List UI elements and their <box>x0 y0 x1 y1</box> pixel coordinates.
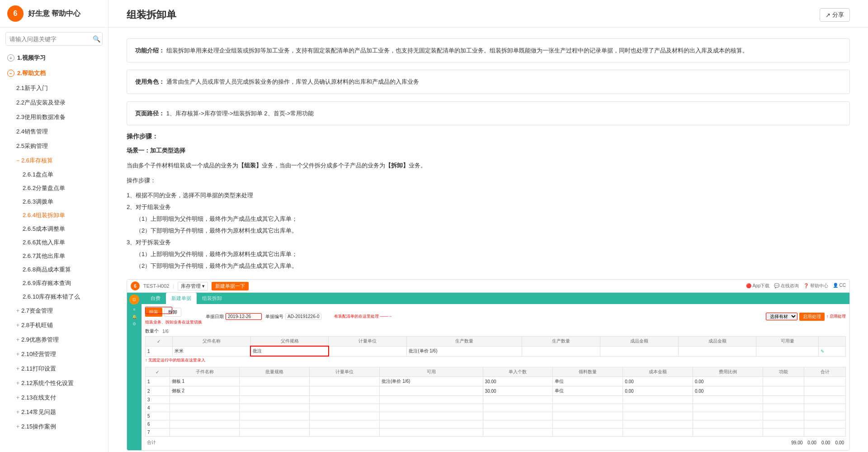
plus-manage-icon: + <box>16 351 19 357</box>
ss-annotation-3: ↑ 启用处理 <box>826 314 846 319</box>
ss-processing-btn[interactable]: 启用处理 <box>799 313 825 321</box>
sidebar-item-install[interactable]: 2.2产品安装及登录 <box>0 95 108 110</box>
sidebar: 6 好生意 帮助中心 🔍 + 1.视频学习 − 2.帮助文档 2.1新手入门 2… <box>0 0 108 452</box>
ss-btn-disassembly[interactable]: 拆卸 <box>164 308 181 317</box>
ss-content: 组装 拆卸 组装业务、拆卸业务在这里切换 单据日期 <box>142 304 849 450</box>
ss-bcell-mqty2: 单位 <box>553 386 623 396</box>
page-title: 组装拆卸单 <box>127 8 176 22</box>
ss-bcell-unit1 <box>310 377 380 386</box>
ss-bcell-mqty1: 单位 <box>553 377 623 386</box>
role-text: 通常由生产人员或库管人员完成拆装业务的操作，库管人员确认原材料的出库和产成品的入… <box>166 78 419 85</box>
ss-bcell-seq2: 2 <box>146 386 170 396</box>
share-button[interactable]: ↗ 分享 <box>820 8 850 22</box>
sidebar-item-online-pay[interactable]: + 2.13在线支付 <box>0 390 108 405</box>
content-area: 功能介绍： 组装拆卸单用来处理企业组装或拆卸等加工业务，支持有固定装配清单的产品… <box>108 28 868 452</box>
sidebar-item-stocktake[interactable]: 2.6.1盘点单 <box>0 168 108 181</box>
ss-bottom-row-6: 6 <box>146 420 846 428</box>
ss-tab-home[interactable]: 自费 <box>145 293 166 304</box>
sidebar-item-other-out[interactable]: 2.6.7其他出库单 <box>0 249 108 263</box>
ss-th-check: ✓ <box>146 337 173 347</box>
sidebar-item-cost-calc[interactable]: 2.6.8商品成本重算 <box>0 263 108 276</box>
intro-label: 功能介绍： <box>135 47 165 54</box>
ss-code-input[interactable] <box>285 313 321 320</box>
sidebar-item-help[interactable]: − 2.帮助文档 <box>0 66 108 81</box>
role-label: 使用角色： <box>135 78 165 85</box>
sidebar-item-inventory[interactable]: − 2.6库存核算 <box>0 153 108 168</box>
ss-company: TEST-H002 <box>143 283 169 289</box>
search-box[interactable]: 🔍 <box>5 32 103 46</box>
sidebar-item-other-in[interactable]: 2.6.6其他入库单 <box>0 236 108 249</box>
sidebar-item-print[interactable]: + 2.11打印设置 <box>0 362 108 376</box>
ss-bcell-func1 <box>763 377 804 386</box>
ss-th-parent-name: 父件名称 <box>172 337 250 347</box>
ss-sidenav-icon2: ≡ <box>133 307 135 312</box>
sidebar-item-transfer[interactable]: 2.6.3调拨单 <box>0 195 108 209</box>
app-title: 好生意 帮助中心 <box>28 9 80 19</box>
ss-th-avail: 可用量 <box>756 337 819 347</box>
search-input[interactable] <box>6 33 89 45</box>
ss-bth-check: ✓ <box>146 367 170 377</box>
sidebar-item-sales[interactable]: 2.4销售管理 <box>0 124 108 139</box>
ss-qty-value: 1/6 <box>162 329 169 334</box>
ss-sidenav: ⊡ ≡ 🔔 ⚙ <box>127 293 142 450</box>
sidebar-item-newbie[interactable]: 2.1新手入门 <box>0 81 108 95</box>
logo-icon: 6 <box>7 5 24 22</box>
ss-bottom-row-2: 2 侧板 2 30.00 单位 0.00 0.00 <box>146 386 846 396</box>
sidebar-item-coupon[interactable]: + 2.9优惠券管理 <box>0 333 108 347</box>
ss-tab-assembly2[interactable]: 组装拆卸 <box>197 293 227 304</box>
ss-bth-unit-qty: 单入个数 <box>483 367 553 377</box>
ss-annotation-1: 有装配清单的在这里处理 ——→ <box>334 314 392 319</box>
ss-th-prod-amt: 成品金额 <box>600 337 678 347</box>
ops-steps-label: 操作步骤： <box>127 175 850 186</box>
sidebar-item-finance[interactable]: + 2.7资金管理 <box>0 304 108 318</box>
ss-bth-total: 合计 <box>804 367 846 377</box>
sidebar-item-manage[interactable]: + 2.10经营管理 <box>0 347 108 362</box>
sidebar-item-assembly[interactable]: 2.6.4组装拆卸单 <box>0 209 108 222</box>
sidebar-item-video[interactable]: + 1.视频学习 <box>0 50 108 66</box>
sidebar-item-faq[interactable]: + 2.14常见问题 <box>0 405 108 419</box>
ss-top-cell-amt2 <box>678 346 756 356</box>
sidebar-item-personal[interactable]: + 2.12系统个性化设置 <box>0 376 108 390</box>
ss-bottom-table: ✓ 子件名称 批量规格 计量单位 可用 单入个数 领料数量 成本金额 费用比例 <box>145 367 846 437</box>
sidebar-item-ledger[interactable]: 2.6.9库存账本查询 <box>0 276 108 290</box>
ss-material-select[interactable]: 选择有材料单 <box>766 313 797 320</box>
ss-date-input[interactable] <box>226 313 262 320</box>
ss-qty-row: 数量个 1/6 <box>145 328 846 334</box>
ss-avatar: 👤 CC <box>833 283 846 289</box>
sidebar-item-purchase[interactable]: 2.5采购管理 <box>0 139 108 153</box>
ss-bcell-avail2 <box>380 386 483 396</box>
ss-top-row-1: 1 米米 批注 批注(单价 1/6) <box>146 346 846 356</box>
sidebar-item-cost-adjust[interactable]: 2.6.5成本调整单 <box>0 222 108 236</box>
plus-finance-icon: + <box>16 308 19 314</box>
ss-sidenav-icon3: 🔔 <box>132 314 137 319</box>
plus-print-icon: + <box>16 366 19 372</box>
ss-th-prod-qty: 生产数量 <box>407 337 522 347</box>
ss-bcell-uqty2: 30.00 <box>483 386 553 396</box>
step-3: 3、对于拆装业务 <box>127 237 850 248</box>
search-button[interactable]: 🔍 <box>89 33 103 45</box>
ss-top-cell-unit <box>329 346 407 356</box>
sidebar-item-wrong[interactable]: 2.6.10库存账本错了么 <box>0 290 108 304</box>
ss-topbar: 6 TEST-H002 | 库存管理 ▾ 新建单据一下 🔴 App下载 💬 在线… <box>127 280 849 293</box>
ss-qty-label: 数量个 <box>145 328 159 334</box>
sidebar-item-cases[interactable]: + 2.15操作案例 <box>0 419 108 434</box>
step-3-2: （2）下部明细为子件明细，最终作为产成品生成其它入库单。 <box>136 260 850 272</box>
ss-tab-new[interactable]: 新建单据 <box>166 293 197 304</box>
step-2: 2、对于组装业务 <box>127 201 850 213</box>
sidebar-item-data-prep[interactable]: 2.3使用前数据准备 <box>0 110 108 124</box>
ss-add-button[interactable]: 新建单据一下 <box>212 282 249 290</box>
step-3-1: （1）上部明细为父件明细，最终作为原材料生成其它出库单； <box>136 248 850 260</box>
ss-top-cell-edit[interactable]: ✎ <box>818 346 845 356</box>
sidebar-item-portion[interactable]: 2.6.2分量盘点单 <box>0 181 108 195</box>
sidebar-item-mobile[interactable]: + 2.8手机旺铺 <box>0 318 108 333</box>
scene1-desc: 当由多个子件材料组装成一个成品的业务为【组装】业务，当由一个父件拆分成多个子产品… <box>127 160 850 171</box>
ss-bth-func: 功能 <box>763 367 804 377</box>
path-text: 1、库存核算->库存管理->组装拆卸单 2、首页->常用功能 <box>166 110 314 117</box>
ss-th-unit: 计量单位 <box>329 337 407 347</box>
ss-btn-assembly[interactable]: 组装 <box>145 308 162 317</box>
page-header: 组装拆卸单 ↗ 分享 <box>108 0 868 28</box>
ss-nav-tabs: 自费 新建单据 组装拆卸 <box>142 293 849 304</box>
ss-bcell-name1: 侧板 1 <box>170 377 240 386</box>
plus-pay-icon: + <box>16 395 19 401</box>
plus-mobile-icon: + <box>16 322 19 328</box>
